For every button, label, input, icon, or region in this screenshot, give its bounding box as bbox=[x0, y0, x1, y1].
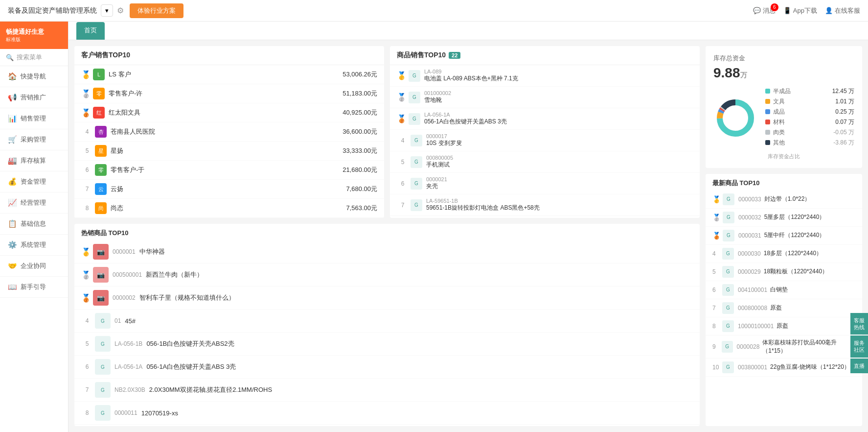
customer-avatar: 红 bbox=[93, 107, 105, 119]
trial-button[interactable]: 体验行业方案 bbox=[130, 3, 183, 18]
rank-number: 5 bbox=[81, 340, 93, 347]
product-sales-row[interactable]: 6 G 0000021 夹壳 bbox=[390, 173, 700, 194]
newest-product-row[interactable]: 🥉 G 0000031 5厘中纤（1220*2440） bbox=[706, 227, 862, 245]
online-service-button[interactable]: 👤 在线客服 bbox=[825, 6, 860, 15]
customer-row[interactable]: 6 零 零售客户-于 21,680.00元 bbox=[74, 161, 384, 180]
customer-amount: 40,925.00元 bbox=[343, 108, 377, 117]
message-button[interactable]: 💬 消息 6 bbox=[753, 6, 776, 15]
float-live-button[interactable]: 直播 bbox=[850, 359, 868, 373]
float-buttons: 客服热线 服务社区 直播 bbox=[850, 313, 868, 373]
sidebar-item-purchase[interactable]: 🛒 采购管理 bbox=[0, 129, 68, 150]
newest-product-row[interactable]: 8 G 10000100001 原盔 bbox=[706, 317, 862, 336]
product-sales-row[interactable]: 🥈 G 001000002 雪地靴 bbox=[390, 87, 700, 108]
newest-product-row[interactable]: 5 G 0000029 18颗粒板（1220*2440） bbox=[706, 263, 862, 281]
customer-row[interactable]: 7 云 云扬 7,680.00元 bbox=[74, 180, 384, 199]
system-dropdown[interactable]: ▾ bbox=[101, 4, 113, 17]
gold-medal-icon: 🥇 bbox=[397, 71, 407, 80]
sales-icon: 📊 bbox=[8, 114, 17, 123]
purchase-icon: 🛒 bbox=[8, 135, 17, 144]
customer-avatar: L bbox=[93, 69, 105, 80]
newest-title: 最新商品 TOP10 bbox=[706, 174, 862, 191]
customer-row[interactable]: 4 杏 苍南县人民医院 36,600.00元 bbox=[74, 122, 384, 142]
newest-product-row[interactable]: 6 G 004100001 白钢垫 bbox=[706, 281, 862, 299]
product-sales-row[interactable]: 🥇 G LA-089 电池盖 LA-089 ABS本色+黑种 7.1克 bbox=[390, 65, 700, 87]
customer-row[interactable]: 🥈 零 零售客户-许 51,183.00元 bbox=[74, 84, 384, 103]
sidebar-item-guide[interactable]: 📖 新手引导 bbox=[0, 277, 68, 298]
product-info: 0000021 夹壳 bbox=[426, 176, 693, 191]
sidebar-item-cooperation[interactable]: 🤝 企业协同 bbox=[0, 256, 68, 277]
customer-row[interactable]: 5 星 星扬 33,333.00元 bbox=[74, 142, 384, 161]
float-service-button[interactable]: 客服热线 bbox=[850, 313, 868, 335]
product-sales-row[interactable]: 4 G 0000017 10S 变刹罗叟 bbox=[390, 130, 700, 151]
hot-product-row[interactable]: 🥇 📷 0000001 中华神器 bbox=[74, 240, 700, 264]
newest-product-row[interactable]: 🥈 G 0000032 5厘多层（1220*2440） bbox=[706, 209, 862, 227]
hot-product-row[interactable]: 9 G KK-SD22110H 花语萌恒温分腿睡袋（厚款） bbox=[74, 425, 700, 426]
rank-number: 9 bbox=[712, 343, 722, 350]
customer-amount: 51,183.00元 bbox=[343, 89, 377, 98]
newest-code: 0000033 bbox=[738, 196, 761, 203]
product-thumb-empty: G bbox=[95, 405, 111, 421]
inventory-card: 库存总资金 9.88万 bbox=[706, 46, 862, 168]
customer-list: 🥇 L LS 客户 53,006.26元 🥈 零 零售客户-许 51,183.0… bbox=[74, 65, 384, 218]
hot-products-list: 🥇 📷 0000001 中华神器 🥈 📷 000500001 新西兰牛肉（新牛）… bbox=[74, 240, 700, 426]
rank-number: 6 bbox=[81, 167, 93, 173]
customer-avatar: 零 bbox=[93, 88, 105, 99]
sidebar-item-sales[interactable]: 📊 销售管理 bbox=[0, 108, 68, 129]
hot-product-row[interactable]: 7 G NB2.0X30B 2.0X30MM双搓花轴,搓花直径2.1MM/ROH… bbox=[74, 379, 700, 402]
hot-product-code: 0000001 bbox=[113, 248, 136, 255]
newest-products-list: 🥇 G 0000033 封边带（1.0*22） 🥈 G 0000032 5厘多层… bbox=[706, 191, 862, 377]
sidebar-item-basic[interactable]: 📋 基础信息 bbox=[0, 214, 68, 235]
product-code: LA-056-1A bbox=[424, 112, 693, 118]
customer-row[interactable]: 🥇 L LS 客户 53,006.26元 bbox=[74, 65, 384, 84]
search-menu-button[interactable]: 🔍 搜索菜单 bbox=[0, 49, 68, 66]
customer-row[interactable]: 🥉 红 红太阳文具 40,925.00元 bbox=[74, 103, 384, 122]
newest-name: 封边带（1.0*22） bbox=[764, 195, 811, 203]
product-code: LA-089 bbox=[424, 69, 693, 74]
tab-home[interactable]: 首页 bbox=[76, 22, 105, 40]
product-sales-row[interactable]: 5 G 000800005 手机测试 bbox=[390, 151, 700, 173]
float-community-button[interactable]: 服务社区 bbox=[850, 336, 868, 358]
newest-product-row[interactable]: 4 G 0000030 18多层（1220*2440） bbox=[706, 245, 862, 263]
sidebar-item-nav[interactable]: 🏠 快捷导航 bbox=[0, 66, 68, 87]
hot-product-row[interactable]: 🥉 📷 0000002 智利车子里（规格不知道填什么） bbox=[74, 287, 700, 310]
newest-product-row[interactable]: 7 G 000800008 原盔 bbox=[706, 299, 862, 317]
sidebar-item-marketing[interactable]: 📢 营销推广 bbox=[0, 87, 68, 108]
product-sales-top10-section: 商品销售TOP10 22 🥇 G LA-089 电池盖 LA-089 ABS本色… bbox=[390, 46, 700, 218]
customer-avatar: 尚 bbox=[95, 202, 107, 214]
hot-product-row[interactable]: 🥈 📷 000500001 新西兰牛肉（新牛） bbox=[74, 264, 700, 287]
rank-number: 5 bbox=[712, 268, 722, 275]
newest-product-row[interactable]: 10 G 003800001 22g鱼豆腐-烧烤味（1*12*20） bbox=[706, 359, 862, 377]
bronze-medal-icon: 🥉 bbox=[81, 108, 91, 118]
product-code: 0000021 bbox=[426, 176, 693, 182]
product-sales-section-title: 商品销售TOP10 22 bbox=[397, 51, 460, 60]
gold-medal-icon: 🥇 bbox=[81, 70, 91, 79]
sidebar-item-inventory[interactable]: 🏭 库存核算 bbox=[0, 150, 68, 171]
newest-name: 18颗粒板（1220*2440） bbox=[764, 267, 828, 276]
newest-name: 5厘中纤（1220*2440） bbox=[764, 231, 825, 240]
product-sales-row[interactable]: 🥉 G LA-056-1A 056-1A白色按键开关盖ABS 3壳 bbox=[390, 108, 700, 130]
newest-product-row[interactable]: 9 G 0000028 体彩嘉枝味苏打饮品400毫升（1*15） bbox=[706, 336, 862, 359]
hot-product-name: 2.0X30MM双搓花轴,搓花直径2.1MM/ROHS bbox=[149, 385, 272, 394]
product-name: 59651-1B旋转投影灯电池盒 ABS黑色+58壳 bbox=[426, 204, 693, 212]
rank-number: 4 bbox=[81, 128, 93, 135]
hot-product-code: 0000002 bbox=[113, 294, 136, 301]
hot-product-row[interactable]: 8 G 0000011 12070519-xs bbox=[74, 402, 700, 425]
sidebar-item-system[interactable]: ⚙️ 系统管理 bbox=[0, 235, 68, 256]
hot-product-row[interactable]: 4 G 01 45# bbox=[74, 310, 700, 333]
sidebar-item-finance[interactable]: 💰 资金管理 bbox=[0, 171, 68, 192]
product-thumb: G bbox=[409, 92, 420, 103]
customer-name: 红太阳文具 bbox=[109, 108, 343, 117]
rank-number: 8 bbox=[81, 205, 93, 212]
hot-product-row[interactable]: 6 G LA-056-1A 056-1A白色按键开关盖ABS 3壳 bbox=[74, 356, 700, 379]
app-download-button[interactable]: 📱 App下载 bbox=[783, 6, 817, 15]
sidebar-item-business[interactable]: 📈 经营管理 bbox=[0, 192, 68, 214]
customer-row[interactable]: 8 尚 尚态 7,563.00元 bbox=[74, 199, 384, 218]
product-sales-row[interactable]: 7 G LA-59651-1B 59651-1B旋转投影灯电池盒 ABS黑色+5… bbox=[390, 194, 700, 216]
rank-number: 4 bbox=[712, 250, 722, 257]
settings-button[interactable]: ⚙ bbox=[117, 6, 124, 15]
hot-product-row[interactable]: 5 G LA-056-1B 056-1B白色按键开关壳ABS2壳 bbox=[74, 333, 700, 356]
newest-products-section: 最新商品 TOP10 🥇 G 0000033 封边带（1.0*22） 🥈 G 0… bbox=[706, 174, 862, 426]
rank-number: 6 bbox=[397, 180, 409, 187]
newest-product-row[interactable]: 🥇 G 0000033 封边带（1.0*22） bbox=[706, 191, 862, 209]
newest-thumb: G bbox=[722, 284, 734, 296]
